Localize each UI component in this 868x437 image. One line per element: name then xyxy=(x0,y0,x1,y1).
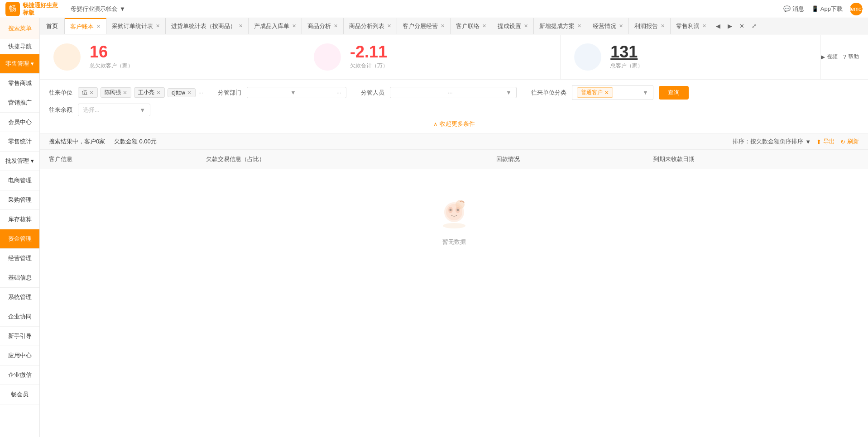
filter-more-btn[interactable]: ··· xyxy=(198,89,203,96)
sidebar-item-purchase-mgmt[interactable]: 采购管理 xyxy=(0,190,39,210)
tab-customer-ledger[interactable]: 客户账本 ✕ xyxy=(65,18,106,34)
close-tab-customer-ledger[interactable]: ✕ xyxy=(96,24,101,29)
sidebar-item-basic-info[interactable]: 基础信息 xyxy=(0,268,39,288)
sidebar-item-wholesale-mgmt[interactable]: 批发管理 ▾ xyxy=(0,152,39,171)
tab-stock-stats[interactable]: 进货单统计表（按商品） ✕ xyxy=(166,18,249,34)
remove-tag-unit-1[interactable]: ✕ xyxy=(89,90,94,96)
workspace-selector[interactable]: 母婴行业演示帐套 ▼ xyxy=(71,5,125,13)
stat-item-total-customers: ⊞ 131 总客户（家） xyxy=(561,35,821,79)
col-repayment: 回款情况 xyxy=(487,150,644,169)
col-customer-info: 客户信息 xyxy=(40,150,197,169)
close-tab-stock-stats[interactable]: ✕ xyxy=(239,23,243,29)
chevron-down-classify-icon: ▼ xyxy=(643,89,648,96)
close-tab-customer-tier[interactable]: ✕ xyxy=(441,23,445,29)
sidebar-item-system-mgmt[interactable]: 系统管理 xyxy=(0,288,39,307)
filter-select-dept[interactable]: ▼ ··· xyxy=(247,87,346,98)
remove-tag-unit-4[interactable]: ✕ xyxy=(187,90,192,96)
tab-close-all-btn[interactable]: ✕ xyxy=(736,18,748,34)
tab-add-commission[interactable]: 新增提成方案 ✕ xyxy=(534,18,587,34)
sidebar-item-chang-member[interactable]: 畅会员 xyxy=(0,385,39,404)
collapse-btn[interactable]: ∧ 收起更多条件 xyxy=(433,120,475,128)
tab-customer-contact[interactable]: 客户联络 ✕ xyxy=(451,18,492,34)
col-due-date: 到期未收款日期 xyxy=(644,150,868,169)
refresh-btn[interactable]: ↻ 刷新 xyxy=(840,138,859,146)
filter-select-classify[interactable]: 普通客户 ✕ ▼ xyxy=(572,85,653,100)
close-tab-profit-report[interactable]: ✕ xyxy=(661,23,665,29)
tab-purchase-order-stats[interactable]: 采购订单统计表 ✕ xyxy=(106,18,166,34)
stat-value-total-customers[interactable]: 131 xyxy=(610,44,643,60)
close-tab-operations[interactable]: ✕ xyxy=(619,23,623,29)
tab-next-btn[interactable]: ▶ xyxy=(724,18,736,34)
export-btn[interactable]: ⬆ 导出 xyxy=(816,138,835,146)
sidebar-item-new-guide[interactable]: 新手引导 xyxy=(0,327,39,346)
tab-home[interactable]: 首页 xyxy=(40,18,65,34)
tab-product-stock[interactable]: 产成品入库单 ✕ xyxy=(249,18,302,34)
tab-expand-btn[interactable]: ⤢ xyxy=(748,18,760,34)
chevron-down-dept-icon: ▼ xyxy=(290,89,296,96)
top-bar: 畅 畅捷通好生意 标版 母婴行业演示帐套 ▼ 💬 消息 📱 App下载 demo… xyxy=(0,0,868,18)
tab-prev-btn[interactable]: ◀ xyxy=(712,18,724,34)
app-download-btn[interactable]: 📱 App下载 xyxy=(811,5,843,13)
sidebar-item-marketing[interactable]: 营销推广 xyxy=(0,93,39,113)
sidebar-item-app-center[interactable]: 应用中心 xyxy=(0,346,39,366)
query-btn[interactable]: 查询 xyxy=(659,86,689,100)
close-tab-commission-settings[interactable]: ✕ xyxy=(524,23,528,29)
sidebar-item-inventory[interactable]: 库存核算 xyxy=(0,210,39,229)
tab-customer-tier[interactable]: 客户分层经营 ✕ xyxy=(397,18,451,34)
sidebar-item-finance-mgmt[interactable]: 资金管理 xyxy=(0,229,39,249)
logo-icon: 畅 xyxy=(5,2,20,16)
result-actions: 排序：按欠款金额倒序排序 ▼ ⬆ 导出 ↻ 刷新 xyxy=(733,138,859,146)
close-tab-retail-profit[interactable]: ✕ xyxy=(702,23,706,29)
remove-tag-unit-3[interactable]: ✕ xyxy=(156,90,161,96)
filter-select-balance[interactable]: 选择... ▼ xyxy=(78,104,150,116)
chevron-down-person-icon: ▼ xyxy=(506,89,512,96)
logo-area: 畅 畅捷通好生意 标版 xyxy=(5,2,58,16)
remove-classify-tag[interactable]: ✕ xyxy=(604,90,609,96)
logo-text: 畅捷通好生意 标版 xyxy=(23,2,58,16)
sidebar-item-retail-mgmt[interactable]: 零售管理 ▾ xyxy=(0,54,39,74)
chevron-down-icon: ▼ xyxy=(120,5,125,12)
tab-profit-report[interactable]: 利润报告 ✕ xyxy=(629,18,671,34)
sidebar-item-retail-stats[interactable]: 零售统计 xyxy=(0,132,39,152)
stat-label-customers: 总欠款客户（家） xyxy=(90,62,133,70)
page-content: ¥ 16 总欠款客户（家） ◇ -2.11 欠款合计（万） ⊞ xyxy=(40,34,868,437)
sidebar-item-enterprise-collab[interactable]: 企业协同 xyxy=(0,307,39,327)
sidebar-item-ecommerce-mgmt[interactable]: 电商管理 xyxy=(0,171,39,190)
col-debt-info: 欠款交易信息（占比） xyxy=(197,150,487,169)
quick-nav-btn[interactable]: 快捷导航 xyxy=(0,39,39,54)
stat-label-total-customers: 总客户（家） xyxy=(610,62,643,70)
tab-goods-analysis-list[interactable]: 商品分析列表 ✕ xyxy=(344,18,397,34)
filter-label-balance: 往来余额 xyxy=(49,106,72,114)
empty-icon xyxy=(436,196,472,233)
empty-text: 暂无数据 xyxy=(442,238,466,246)
help-btn[interactable]: ? 帮助 xyxy=(843,53,859,61)
tab-commission-settings[interactable]: 提成设置 ✕ xyxy=(492,18,534,34)
filter-label-dept: 分管部门 xyxy=(218,89,241,97)
close-tab-goods-analysis-list[interactable]: ✕ xyxy=(387,23,391,29)
result-info: 搜索结果中，客户0家 欠款金额 0.00元 xyxy=(49,138,157,146)
sort-btn[interactable]: 排序：按欠款金额倒序排序 ▼ xyxy=(733,138,811,146)
filter-tag-unit-1: 伍 ✕ xyxy=(78,87,98,98)
close-tab-product-stock[interactable]: ✕ xyxy=(292,23,296,29)
search-menu-btn[interactable]: 搜索菜单 xyxy=(4,23,36,34)
message-btn[interactable]: 💬 消息 xyxy=(783,5,804,13)
filter-select-person[interactable]: ··· ▼ xyxy=(390,87,517,98)
close-tab-purchase-order-stats[interactable]: ✕ xyxy=(156,23,160,29)
tab-retail-profit[interactable]: 零售利润 ✕ xyxy=(671,18,712,34)
sidebar-item-operations-mgmt[interactable]: 经营管理 xyxy=(0,249,39,268)
sidebar-search[interactable]: 搜索菜单 xyxy=(0,18,39,39)
sidebar-item-retail-mall[interactable]: 零售商城 xyxy=(0,74,39,93)
video-btn[interactable]: ▶ 视频 xyxy=(821,53,838,61)
sidebar-item-enterprise-wechat[interactable]: 企业微信 xyxy=(0,366,39,385)
sort-label: 排序：按欠款金额倒序排序 xyxy=(733,138,803,146)
close-tab-customer-contact[interactable]: ✕ xyxy=(482,23,486,29)
stat-value-customers[interactable]: 16 xyxy=(90,44,133,60)
avatar[interactable]: demo2 xyxy=(850,3,863,15)
sidebar-item-member-center[interactable]: 会员中心 xyxy=(0,113,39,132)
close-tab-add-commission[interactable]: ✕ xyxy=(577,23,581,29)
tab-operations[interactable]: 经营情况 ✕ xyxy=(587,18,629,34)
content-area: 首页 客户账本 ✕ 采购订单统计表 ✕ 进货单统计表（按商品） ✕ 产成品入库单… xyxy=(40,18,868,437)
remove-tag-unit-2[interactable]: ✕ xyxy=(123,90,127,96)
tab-goods-analysis[interactable]: 商品分析 ✕ xyxy=(302,18,344,34)
close-tab-goods-analysis[interactable]: ✕ xyxy=(334,23,338,29)
